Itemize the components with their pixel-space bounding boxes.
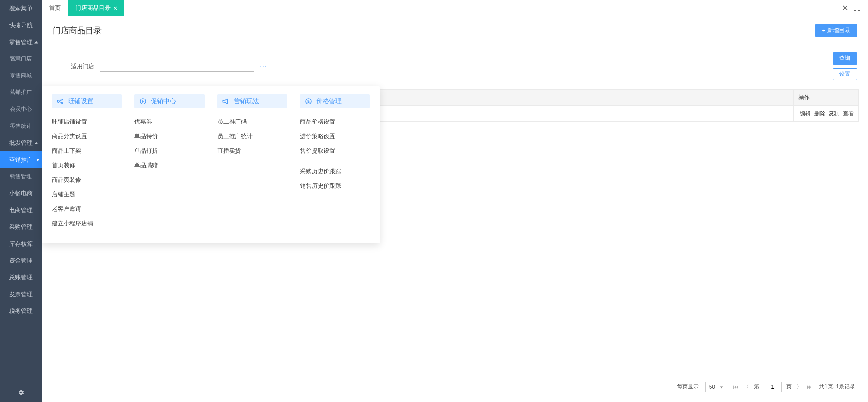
action-delete[interactable]: 删除	[814, 110, 825, 117]
sidebar-item-search[interactable]: 搜索菜单	[0, 0, 42, 17]
sidebar-item-marketing2[interactable]: 营销推广	[0, 151, 42, 168]
svg-point-2	[61, 102, 63, 104]
sidebar-settings[interactable]	[0, 384, 42, 402]
flyout-item[interactable]: 售价提取设置	[300, 144, 370, 158]
gear-icon	[17, 389, 25, 397]
page-next-icon[interactable]: 〉	[796, 383, 802, 391]
marketing-flyout: 旺铺设置 旺铺店铺设置 商品分类设置 商品上下架 首页装修 商品页装修 店铺主题…	[42, 86, 380, 243]
flyout-item[interactable]: 进价策略设置	[300, 129, 370, 144]
flyout-item[interactable]: 店铺主题	[52, 187, 122, 202]
page-last-icon[interactable]: ⏭	[807, 383, 813, 390]
flyout-item[interactable]: 直播卖货	[217, 144, 287, 158]
per-page-select[interactable]: 50	[705, 382, 726, 392]
settings-button[interactable]: 设置	[833, 68, 857, 80]
sidebar-item-smartstore[interactable]: 智慧门店	[0, 50, 42, 67]
page-suffix: 页	[786, 383, 792, 391]
page-prefix: 第	[754, 383, 759, 391]
sidebar-item-xiaochang[interactable]: 小畅电商	[0, 185, 42, 202]
flyout-item[interactable]: 商品页装修	[52, 173, 122, 187]
flyout-item[interactable]: 员工推广统计	[217, 129, 287, 144]
action-copy[interactable]: 复制	[829, 110, 839, 117]
flyout-item[interactable]: 销售历史价跟踪	[300, 179, 370, 193]
flyout-item[interactable]: 商品价格设置	[300, 114, 370, 129]
action-view[interactable]: 查看	[843, 110, 854, 117]
page-nav: ⏮ 〈 第 页 〉 ⏭	[733, 382, 813, 392]
flyout-item[interactable]: 旺铺店铺设置	[52, 114, 122, 129]
flyout-item[interactable]: 单品特价	[134, 129, 204, 144]
sidebar-item-fund[interactable]: 资金管理	[0, 252, 42, 269]
page-prev-icon[interactable]: 〈	[743, 383, 749, 391]
sidebar-item-wholesale[interactable]: 批发管理	[0, 134, 42, 151]
promo-icon	[139, 97, 147, 105]
sidebar-item-sales[interactable]: 销售管理	[0, 168, 42, 185]
flyout-item[interactable]: 单品打折	[134, 144, 204, 158]
sidebar-item-marketing1[interactable]: 营销推广	[0, 84, 42, 101]
flyout-item[interactable]: 员工推广码	[217, 114, 287, 129]
sidebar-item-purchase[interactable]: 采购管理	[0, 218, 42, 235]
flyout-item[interactable]: 建立小程序店铺	[52, 216, 122, 231]
sidebar: 搜索菜单 快捷导航 零售管理 智慧门店 零售商城 营销推广 会员中心 零售统计 …	[0, 0, 42, 402]
svg-point-1	[61, 99, 63, 100]
tab-store-catalog[interactable]: 门店商品目录 ×	[68, 0, 124, 16]
plus-icon: +	[822, 27, 825, 34]
action-edit[interactable]: 编辑	[800, 110, 811, 117]
flyout-item[interactable]: 首页装修	[52, 158, 122, 173]
filter-more-icon[interactable]: ···	[260, 63, 268, 70]
flyout-col-shop: 旺铺设置 旺铺店铺设置 商品分类设置 商品上下架 首页装修 商品页装修 店铺主题…	[52, 94, 122, 231]
filter-row: 适用门店 ··· 查询 设置	[42, 45, 868, 86]
sidebar-item-invoice[interactable]: 发票管理	[0, 286, 42, 303]
tabs-bar: 首页 门店商品目录 × ✕ ⛶	[42, 0, 868, 16]
add-catalog-button[interactable]: + 新增目录	[815, 24, 857, 37]
main-area: 首页 门店商品目录 × ✕ ⛶ 门店商品目录 + 新增目录 适用门店 ···	[42, 0, 868, 402]
sidebar-item-quicknav[interactable]: 快捷导航	[0, 17, 42, 34]
close-icon[interactable]: ×	[113, 5, 117, 12]
sidebar-item-retail[interactable]: 零售管理	[0, 34, 42, 50]
tab-home[interactable]: 首页	[42, 0, 68, 16]
flyout-item[interactable]: 优惠券	[134, 114, 204, 129]
fullscreen-icon[interactable]: ⛶	[853, 4, 861, 12]
tabs-right: ✕ ⛶	[842, 0, 868, 16]
page-title: 门店商品目录	[53, 25, 102, 36]
flyout-col-promo: 促销中心 优惠券 单品特价 单品打折 单品满赠	[134, 94, 204, 231]
sidebar-item-ledger[interactable]: 总账管理	[0, 269, 42, 286]
close-all-icon[interactable]: ✕	[842, 4, 848, 12]
flyout-col-price: 价格管理 商品价格设置 进价策略设置 售价提取设置 采购历史价跟踪 销售历史价跟…	[300, 94, 370, 231]
shop-icon	[56, 97, 64, 105]
flyout-head-shop: 旺铺设置	[52, 94, 122, 108]
flyout-head-play: 营销玩法	[217, 94, 287, 108]
sidebar-item-tax[interactable]: 税务管理	[0, 303, 42, 319]
cell-actions: 编辑 删除 复制 查看	[794, 106, 859, 122]
pagination: 每页显示 50 ⏮ 〈 第 页 〉 ⏭ 共1页, 1条记录	[51, 375, 859, 398]
sidebar-item-inventory[interactable]: 库存核算	[0, 235, 42, 252]
flyout-divider	[300, 161, 370, 161]
filter-label-store: 适用门店	[71, 62, 94, 70]
flyout-col-play: 营销玩法 员工推广码 员工推广统计 直播卖货	[217, 94, 287, 231]
price-icon	[304, 97, 313, 105]
per-page-label: 每页显示	[677, 383, 699, 391]
col-operation: 操作	[794, 90, 859, 106]
sidebar-item-retailstats[interactable]: 零售统计	[0, 118, 42, 134]
flyout-item[interactable]: 老客户邀请	[52, 202, 122, 216]
flyout-item[interactable]: 商品分类设置	[52, 129, 122, 144]
flyout-item[interactable]: 单品满赠	[134, 158, 204, 173]
sidebar-item-retailmall[interactable]: 零售商城	[0, 67, 42, 84]
flyout-item[interactable]: 采购历史价跟踪	[300, 164, 370, 179]
page-summary: 共1页, 1条记录	[819, 383, 855, 391]
sidebar-item-member[interactable]: 会员中心	[0, 101, 42, 118]
page-header: 门店商品目录 + 新增目录	[42, 16, 868, 45]
megaphone-icon	[222, 97, 230, 105]
flyout-head-price: 价格管理	[300, 94, 370, 108]
flyout-head-promo: 促销中心	[134, 94, 204, 108]
store-input[interactable]	[100, 61, 254, 72]
flyout-item[interactable]: 商品上下架	[52, 144, 122, 158]
page-first-icon[interactable]: ⏮	[733, 383, 739, 390]
query-button[interactable]: 查询	[833, 52, 857, 65]
sidebar-item-ecommerce[interactable]: 电商管理	[0, 202, 42, 218]
svg-point-0	[57, 100, 59, 103]
page-input[interactable]	[764, 382, 782, 392]
